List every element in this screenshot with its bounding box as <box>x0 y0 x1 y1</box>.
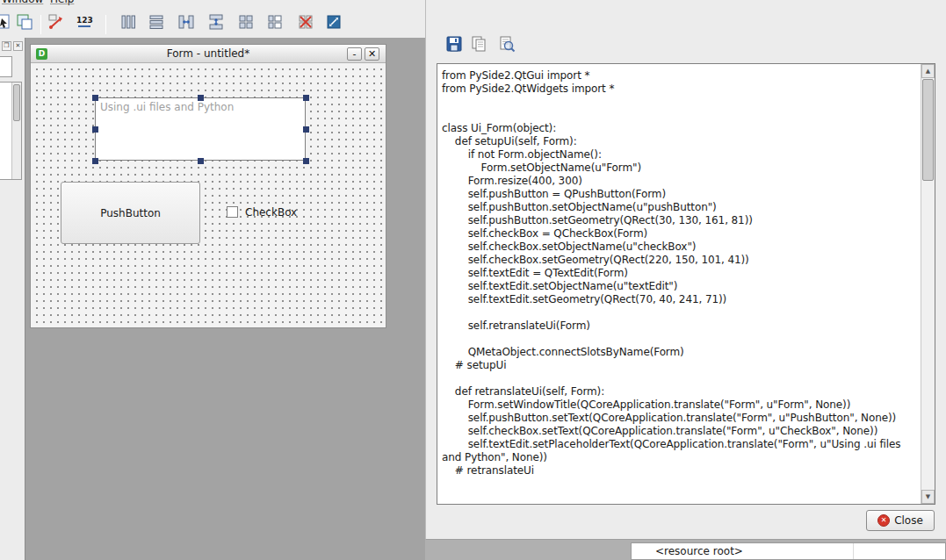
close-button-label: Close <box>894 514 923 527</box>
code-line: self.checkBox.setText(QCoreApplication.t… <box>442 425 921 438</box>
pushbutton-widget[interactable]: PushButton <box>61 182 200 244</box>
layout-horizontal-splitter-icon <box>177 12 196 32</box>
code-line: self.checkBox.setGeometry(QRect(220, 150… <box>442 254 921 267</box>
code-line: self.retranslateUi(Form) <box>442 319 921 333</box>
edit-widgets-button[interactable] <box>0 11 13 32</box>
code-line: and Python", None)) <box>442 451 921 464</box>
layout-vertical-splitter-icon <box>206 12 226 32</box>
code-line: from PySide2.QtWidgets import * <box>442 83 921 96</box>
break-layout-button[interactable] <box>295 11 316 32</box>
code-line: self.textEdit.setPlaceholderText(QCoreAp… <box>442 438 921 451</box>
checkbox-indicator[interactable] <box>227 206 238 218</box>
checkbox-widget[interactable]: CheckBox <box>245 207 297 219</box>
selection-handle-bottom[interactable] <box>198 158 204 164</box>
layout-vertical-button[interactable] <box>146 11 167 32</box>
menu-window[interactable]: Window <box>2 0 43 5</box>
code-text[interactable]: from PySide2.QtGui import *from PySide2.… <box>437 64 921 504</box>
code-line: class Ui_Form(object): <box>442 122 921 135</box>
save-icon <box>444 34 464 54</box>
code-line <box>442 96 921 109</box>
scroll-up-icon[interactable]: ▲ <box>921 64 935 78</box>
code-line: def setupUi(self, Form): <box>442 135 921 148</box>
form-close-button[interactable]: ✕ <box>365 47 379 61</box>
save-button[interactable] <box>444 33 465 54</box>
code-line <box>442 109 921 122</box>
code-line: self.pushButton.setText(QCoreApplication… <box>442 412 921 425</box>
selection-handle-top-left[interactable] <box>92 95 98 101</box>
menu-help[interactable]: Help <box>50 0 74 5</box>
code-line: self.pushButton.setGeometry(QRect(30, 13… <box>442 214 921 227</box>
code-line: self.textEdit = QTextEdit(Form) <box>442 267 921 280</box>
layout-grid-button[interactable] <box>235 11 256 32</box>
code-view[interactable]: from PySide2.QtGui import *from PySide2.… <box>437 63 935 505</box>
selection-handle-right[interactable] <box>303 126 309 133</box>
left-dock-strip: ❐ ✕ <box>0 38 25 560</box>
widgetbox-filter-field[interactable] <box>0 56 12 77</box>
menubar: Window Help <box>0 0 425 6</box>
code-line: QMetaObject.connectSlotsByName(Form) <box>442 346 921 359</box>
find-button[interactable] <box>496 33 517 54</box>
edit-tab-order-icon: 123 <box>75 12 94 32</box>
scroll-down-icon[interactable]: ▼ <box>921 490 935 504</box>
layout-horizontal-splitter-button[interactable] <box>176 11 197 32</box>
code-line: # setupUi <box>442 359 921 372</box>
code-line <box>442 306 921 319</box>
form-window-icon: D <box>36 48 47 60</box>
form-editor-window[interactable]: D Form - untitled* - ✕ Using .ui files a… <box>30 44 386 328</box>
copy-button[interactable] <box>468 33 489 54</box>
code-preview-dialog: from PySide2.QtGui import *from PySide2.… <box>425 0 946 540</box>
textedit-placeholder: Using .ui files and Python <box>96 98 305 116</box>
edit-widgets-icon <box>0 12 12 32</box>
form-minimize-button[interactable]: - <box>347 47 362 61</box>
edit-signals-slots-button[interactable] <box>46 11 67 32</box>
layout-vertical-icon <box>147 12 166 32</box>
qt-designer-screen: Window Help 123 <box>0 0 946 560</box>
close-button[interactable]: ✕ Close <box>866 510 935 531</box>
widgetbox-list[interactable] <box>0 82 22 180</box>
form-titlebar[interactable]: D Form - untitled* - ✕ <box>31 45 386 63</box>
code-line: self.pushButton = QPushButton(Form) <box>442 188 921 201</box>
close-x-icon: ✕ <box>877 514 890 527</box>
new-form-button[interactable] <box>14 11 35 32</box>
textedit-widget[interactable]: Using .ui files and Python <box>95 97 306 161</box>
layout-horizontal-button[interactable] <box>118 11 139 32</box>
new-form-icon <box>15 12 34 32</box>
code-line: self.pushButton.setObjectName(u"pushButt… <box>442 201 921 214</box>
widgetbox-scrollbar[interactable] <box>11 83 21 179</box>
form-window-title: Form - untitled* <box>31 45 386 62</box>
selection-handle-bottom-left[interactable] <box>92 158 98 164</box>
resource-column-divider <box>853 543 854 559</box>
copy-icon <box>469 34 488 54</box>
dock-close-icon[interactable]: ✕ <box>13 41 23 51</box>
scroll-thumb[interactable] <box>922 79 934 181</box>
selection-handle-top[interactable] <box>198 95 204 101</box>
layout-horizontal-icon <box>119 12 138 32</box>
mdi-area: D Form - untitled* - ✕ Using .ui files a… <box>25 38 425 560</box>
code-line: self.checkBox = QCheckBox(Form) <box>442 227 921 241</box>
code-line: self.textEdit.setGeometry(QRect(70, 40, … <box>442 293 921 306</box>
layout-form-icon <box>265 12 285 32</box>
edit-signals-slots-icon <box>47 12 66 32</box>
widgetbox-scrollbar-thumb[interactable] <box>13 84 20 121</box>
break-layout-icon <box>296 12 315 32</box>
code-line: Form.resize(400, 300) <box>442 175 921 188</box>
layout-form-button[interactable] <box>264 11 285 32</box>
selection-handle-bottom-right[interactable] <box>303 158 309 164</box>
adjust-size-button[interactable] <box>323 11 344 32</box>
resource-root-item[interactable]: <resource root> <box>655 545 743 557</box>
code-line: def retranslateUi(self, Form): <box>442 385 921 398</box>
code-line: # retranslateUi <box>442 464 921 477</box>
main-toolbar: 123 <box>0 6 425 39</box>
layout-vertical-splitter-button[interactable] <box>206 11 227 32</box>
dock-float-icon[interactable]: ❐ <box>2 41 11 51</box>
code-line <box>442 333 921 346</box>
code-line: from PySide2.QtGui import * <box>442 69 921 83</box>
form-canvas[interactable]: Using .ui files and Python PushButton Ch… <box>31 63 386 327</box>
selection-handle-left[interactable] <box>92 126 98 133</box>
code-line: self.textEdit.setObjectName(u"textEdit") <box>442 280 921 293</box>
resource-browser[interactable]: <resource root> <box>631 542 946 560</box>
code-scrollbar[interactable]: ▲ ▼ <box>921 64 935 504</box>
layout-grid-icon <box>236 12 256 32</box>
selection-handle-top-right[interactable] <box>303 95 309 101</box>
edit-tab-order-button[interactable]: 123 <box>74 11 95 32</box>
